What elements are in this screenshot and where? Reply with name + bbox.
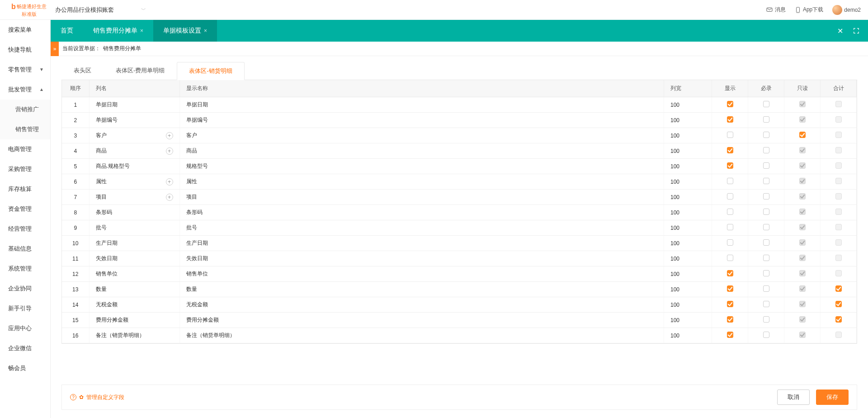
collapse-handle[interactable]: » (51, 42, 59, 56)
show-checkbox[interactable] (727, 162, 733, 169)
sidebar-item-1[interactable]: 快捷导航 (0, 40, 50, 60)
cell-display-name[interactable]: 失效日期 (179, 251, 664, 266)
cancel-button[interactable]: 取消 (777, 390, 810, 405)
account-set-dropdown[interactable]: 办公用品行业模拟账套 ﹀ (55, 6, 146, 14)
save-button[interactable]: 保存 (816, 390, 849, 405)
help-icon[interactable]: ? (70, 394, 76, 400)
manage-custom-fields-link[interactable]: 管理自定义字段 (86, 394, 124, 401)
subtab-1[interactable]: 表体区-费用单明细 (104, 62, 177, 80)
expand-plus-icon[interactable]: + (166, 194, 173, 201)
required-checkbox[interactable] (763, 116, 769, 123)
tab-2[interactable]: 单据模板设置× (153, 20, 217, 42)
sidebar-item-14[interactable]: 新手引导 (0, 299, 50, 318)
messages-button[interactable]: 消息 (766, 6, 786, 14)
sidebar-item-15[interactable]: 应用中心 (0, 318, 50, 338)
cell-width[interactable]: 100 (664, 174, 712, 190)
sidebar-item-10[interactable]: 经营管理 (0, 219, 50, 239)
cell-width[interactable]: 100 (664, 313, 712, 328)
app-download-button[interactable]: App下载 (795, 6, 823, 14)
cell-width[interactable]: 100 (664, 113, 712, 128)
sidebar-item-6[interactable]: 电商管理 (0, 139, 50, 159)
sidebar-item-3[interactable]: 批发管理▲ (0, 80, 50, 100)
cell-display-name[interactable]: 数量 (179, 282, 664, 297)
sidebar-item-7[interactable]: 采购管理 (0, 159, 50, 179)
expand-plus-icon[interactable]: + (166, 147, 173, 155)
sum-checkbox[interactable] (835, 316, 842, 323)
sidebar-item-11[interactable]: 基础信息 (0, 239, 50, 259)
close-all-tabs-button[interactable]: ✕ (833, 24, 847, 38)
sidebar-item-8[interactable]: 库存核算 (0, 179, 50, 199)
required-checkbox[interactable] (763, 224, 769, 230)
show-checkbox[interactable] (727, 332, 733, 338)
gear-icon[interactable]: ✿ (79, 394, 84, 400)
sum-checkbox[interactable] (835, 285, 842, 292)
subtab-2[interactable]: 表体区-销货明细 (177, 62, 244, 80)
sidebar-item-0[interactable]: 搜索菜单 (0, 20, 50, 40)
required-checkbox[interactable] (763, 162, 769, 169)
cell-display-name[interactable]: 商品 (179, 143, 664, 159)
required-checkbox[interactable] (763, 101, 769, 107)
cell-width[interactable]: 100 (664, 128, 712, 143)
tab-1[interactable]: 销售费用分摊单× (83, 20, 153, 42)
cell-width[interactable]: 100 (664, 190, 712, 205)
show-checkbox[interactable] (727, 239, 733, 246)
sidebar-item-17[interactable]: 畅会员 (0, 358, 50, 378)
cell-display-name[interactable]: 客户 (179, 128, 664, 143)
cell-display-name[interactable]: 规格型号 (179, 159, 664, 174)
cell-width[interactable]: 100 (664, 297, 712, 313)
cell-display-name[interactable]: 生产日期 (179, 236, 664, 251)
cell-display-name[interactable]: 无税金额 (179, 297, 664, 313)
sidebar-item-16[interactable]: 企业微信 (0, 338, 50, 358)
required-checkbox[interactable] (763, 132, 769, 138)
show-checkbox[interactable] (727, 285, 733, 292)
show-checkbox[interactable] (727, 301, 733, 307)
sidebar-item-5[interactable]: 销售管理 (0, 119, 50, 139)
sidebar-item-2[interactable]: 零售管理▼ (0, 60, 50, 80)
cell-width[interactable]: 100 (664, 159, 712, 174)
cell-width[interactable]: 100 (664, 251, 712, 266)
show-checkbox[interactable] (727, 132, 733, 138)
required-checkbox[interactable] (763, 193, 769, 200)
cell-display-name[interactable]: 费用分摊金额 (179, 313, 664, 328)
subtab-0[interactable]: 表头区 (61, 62, 104, 80)
cell-width[interactable]: 100 (664, 143, 712, 159)
show-checkbox[interactable] (727, 270, 733, 276)
tab-close-icon[interactable]: × (140, 28, 143, 34)
show-checkbox[interactable] (727, 193, 733, 200)
sidebar-item-13[interactable]: 企业协同 (0, 279, 50, 299)
cell-display-name[interactable]: 备注（销货单明细） (179, 328, 664, 343)
cell-display-name[interactable]: 项目 (179, 190, 664, 205)
required-checkbox[interactable] (763, 209, 769, 215)
required-checkbox[interactable] (763, 239, 769, 246)
cell-display-name[interactable]: 批号 (179, 220, 664, 236)
required-checkbox[interactable] (763, 270, 769, 276)
required-checkbox[interactable] (763, 147, 769, 153)
cell-width[interactable]: 100 (664, 205, 712, 220)
required-checkbox[interactable] (763, 316, 769, 323)
cell-display-name[interactable]: 单据日期 (179, 97, 664, 113)
show-checkbox[interactable] (727, 116, 733, 123)
user-menu[interactable]: demo2 (832, 5, 861, 15)
tab-0[interactable]: 首页 (51, 20, 83, 42)
show-checkbox[interactable] (727, 255, 733, 261)
show-checkbox[interactable] (727, 224, 733, 230)
cell-width[interactable]: 100 (664, 236, 712, 251)
sidebar-item-9[interactable]: 资金管理 (0, 199, 50, 219)
show-checkbox[interactable] (727, 101, 733, 107)
cell-width[interactable]: 100 (664, 266, 712, 282)
required-checkbox[interactable] (763, 332, 769, 338)
show-checkbox[interactable] (727, 147, 733, 153)
fullscreen-button[interactable] (849, 24, 863, 38)
sidebar-item-4[interactable]: 营销推广 (0, 100, 50, 119)
cell-display-name[interactable]: 属性 (179, 174, 664, 190)
required-checkbox[interactable] (763, 255, 769, 261)
readonly-checkbox[interactable] (799, 132, 806, 138)
cell-display-name[interactable]: 销售单位 (179, 266, 664, 282)
show-checkbox[interactable] (727, 178, 733, 184)
expand-plus-icon[interactable]: + (166, 132, 173, 139)
cell-display-name[interactable]: 单据编号 (179, 113, 664, 128)
expand-plus-icon[interactable]: + (166, 178, 173, 185)
show-checkbox[interactable] (727, 316, 733, 323)
cell-width[interactable]: 100 (664, 220, 712, 236)
cell-width[interactable]: 100 (664, 97, 712, 113)
